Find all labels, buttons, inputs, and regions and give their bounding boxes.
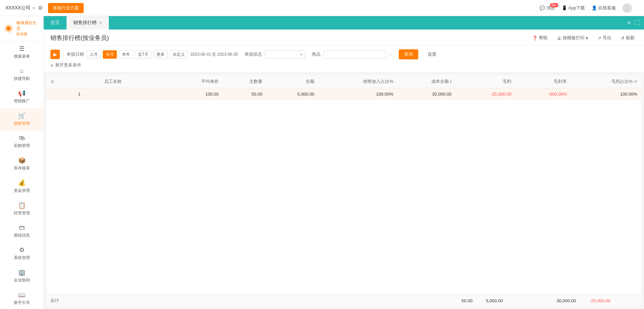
table-container: ⚙ 员工名称 平均单价 主数量 全额 销售收入占比% 成本全额 ℹ 毛利 毛 [46,75,641,306]
status-filter-label: 单据状态 [245,51,262,57]
app-download-group[interactable]: 📱 App下载 [562,5,585,11]
sidebar-item-finance[interactable]: 💰 资金管理 [0,175,43,198]
settings-icon[interactable]: ⚙ [38,5,43,11]
company-name: XXXXX公司 [5,5,31,11]
service-icon: 👤 [592,5,597,10]
avatar[interactable] [622,3,632,13]
sidebar-item-guide[interactable]: 📖 新手引导 [0,287,43,309]
sidebar-item-operations[interactable]: 📋 经营管理 [0,198,43,220]
refresh-icon: ↺ [621,36,625,41]
table-scroll[interactable]: ⚙ 员工名称 平均单价 主数量 全额 销售收入占比% 成本全额 ℹ 毛利 毛 [46,75,641,295]
tab-home-label: 首页 [50,20,60,26]
print-icon: 🖨 [557,36,561,41]
date-range-display: 2023-06-01 至 2023-06-30 [190,52,238,57]
inventory-icon: 📦 [18,157,26,164]
sidebar-label: 快捷导航 [14,76,30,82]
cell-gross-rate: -500.00% [515,88,571,100]
download-icon: 📱 [562,5,567,10]
enterprise-icon: 🏢 [18,269,26,276]
date-btn-prev-month[interactable]: 上月 [87,50,101,59]
goods-more-icon[interactable]: ··· [388,52,392,57]
sidebar-item-basic-info[interactable]: 🗃 基础信息 [0,220,43,242]
col-rank [58,75,100,88]
settings-button[interactable]: 设置 [425,50,439,59]
online-service-group[interactable]: 👤 在线客服 [592,5,616,11]
tab-close-icon[interactable]: ✕ [99,20,102,25]
expand-label: 展开更多条件 [55,62,81,68]
gross-pct-settings-icon[interactable]: ⚙ [634,80,637,84]
tab-expand-icon[interactable]: ⛶ [635,20,640,26]
export-button[interactable]: ↗ 导出 [595,34,614,42]
sidebar-item-inventory[interactable]: 📦 库存核算 [0,153,43,175]
sidebar-item-search-order[interactable]: ☰ 搜索菜单 [0,41,43,63]
cell-cost: 30,000.00 [397,88,456,100]
refresh-button[interactable]: ↺ 刷新 [618,34,637,42]
col-gross-rate: 毛利率 [515,75,571,88]
tab-home[interactable]: 首页 [44,16,67,30]
col-settings-icon[interactable]: ⚙ [50,79,54,84]
guide-icon: 📖 [18,291,26,299]
sidebar-item-purchase-mgmt[interactable]: 🛍 采购管理 [0,131,43,153]
col-gross-pct: 毛利占比% ⚙ [571,75,641,88]
company-selector[interactable]: XXXXX公司 ▾ [5,5,35,11]
date-btn-more[interactable]: 更多 [154,50,168,59]
sidebar-item-enterprise[interactable]: 🏢 企业协同 [0,265,43,287]
date-btn-this-month[interactable]: 本月 [103,50,117,59]
sidebar-label: 营销推广 [14,98,30,104]
cell-main-qty: 50.00 [223,88,266,100]
tab-sales-rank[interactable]: 销售排行榜 ✕ [67,16,109,30]
sidebar-item-quick-nav[interactable]: ⌂ 快捷导航 [0,63,43,86]
export-label: 导出 [603,35,611,41]
sidebar-label: 资金管理 [14,188,30,194]
date-btn-custom[interactable]: 自定义 [170,50,188,59]
main-layout: 畅康通好生意 标准版 ☰ 搜索菜单 ⌂ 快捷导航 📢 营销推广 🛒 销售管理 🛍… [0,16,644,309]
refresh-label: 刷新 [626,35,635,41]
query-button[interactable]: 查询 [399,49,418,59]
expand-conditions-button[interactable]: ∨ 展开更多条件 [50,62,637,68]
table-row: 1 100.00 50.00 5,000.00 100.00% 30,000.0… [46,88,641,100]
expand-chevron-icon: ∨ [50,63,54,68]
filter-bar: ▶ 单据日期 上月 本月 本年 近7天 更多 自定义 2023-06-01 至 … [44,45,644,72]
date-btn-7days[interactable]: 近7天 [135,50,152,59]
sidebar-label: 采购管理 [14,143,30,149]
tab-bar: 首页 销售排行榜 ✕ ✕ ⛶ [44,16,644,30]
trial-button[interactable]: 体验行业方案 [48,3,84,13]
col-gross: 毛利 [456,75,515,88]
sidebar: 畅康通好生意 标准版 ☰ 搜索菜单 ⌂ 快捷导航 📢 营销推广 🛒 销售管理 🛍… [0,16,44,309]
export-icon: ↗ [598,36,601,41]
sidebar-item-system-mgmt[interactable]: ⚙ 系统管理 [0,242,43,265]
page-content: 销售排行榜(按业务员) ❓ 帮助 🖨 按模板打印 ▾ ↗ 导出 [44,30,644,309]
sidebar-item-sales-mgmt[interactable]: 🛒 销售管理 [0,108,43,131]
date-btn-this-year[interactable]: 本年 [119,50,133,59]
sidebar-label: 基础信息 [14,233,30,238]
template-print-button[interactable]: 🖨 按模板打印 ▾ [554,34,591,42]
date-filter-label: 单据日期 [67,51,84,57]
chevron-down-icon: ▾ [33,6,35,10]
search-order-icon: ☰ [19,45,25,52]
cell-gross: -25,000.00 [456,88,515,100]
page-actions: ❓ 帮助 🖨 按模板打印 ▾ ↗ 导出 ↺ 刷新 [529,34,637,42]
header-right: 💬 消息 99+ 📱 App下载 👤 在线客服 [540,3,639,13]
logo-text: 畅康通好生意 标准版 [16,20,40,37]
cost-info-icon[interactable]: ℹ [450,80,452,84]
sidebar-label: 搜索菜单 [14,54,30,59]
footer-amount: 5,000.00 [486,298,503,303]
cell-amount: 5,000.00 [266,88,318,100]
filter-toggle-button[interactable]: ▶ [50,50,60,59]
help-button[interactable]: ❓ 帮助 [529,34,550,42]
print-chevron-icon: ▾ [586,36,588,41]
col-amount: 全额 [266,75,318,88]
col-settings: ⚙ [46,75,58,88]
page-header: 销售排行榜(按业务员) ❓ 帮助 🖨 按模板打印 ▾ ↗ 导出 [44,30,644,45]
app-download-label: App下载 [568,5,585,11]
status-select[interactable] [265,50,305,59]
sidebar-item-marketing[interactable]: 📢 营销推广 [0,86,43,108]
table-footer: 合计 50.00 5,000.00 30,000.00 -25,000.00 [46,295,641,306]
goods-input[interactable] [323,50,386,59]
finance-icon: 💰 [18,179,26,187]
message-group[interactable]: 💬 消息 99+ [540,5,555,11]
tab-close-window-icon[interactable]: ✕ [627,20,631,26]
tab-sales-rank-label: 销售排行榜 [73,20,97,26]
table-header-row: ⚙ 员工名称 平均单价 主数量 全额 销售收入占比% 成本全额 ℹ 毛利 毛 [46,75,641,88]
col-cost: 成本全额 ℹ [397,75,456,88]
